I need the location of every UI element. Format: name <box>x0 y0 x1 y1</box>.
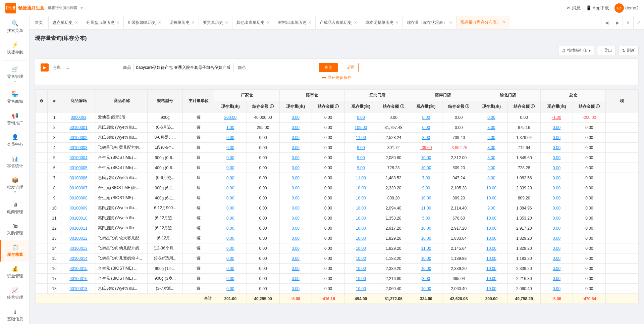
warehouse-input[interactable] <box>63 63 119 72</box>
cell-cf-stock[interactable]: 0.00 <box>214 243 247 253</box>
cell-cs-stock[interactable]: 0.00 <box>279 213 312 223</box>
cell-na-stock[interactable]: 10.00 <box>410 193 442 203</box>
cell-cs-stock[interactable]: 0.00 <box>279 284 312 294</box>
cell-zc-stock[interactable]: 0.00 <box>540 253 573 264</box>
cell-code[interactable]: 00100012 <box>61 233 96 243</box>
cell-zc-stock[interactable]: 0.00 <box>540 264 573 274</box>
tab-home[interactable]: 首页 <box>30 16 49 30</box>
sidebar-item-ecom[interactable]: 🖥 电商管理 <box>0 198 29 219</box>
cell-jb-stock[interactable]: 11.00 <box>345 173 377 183</box>
cell-code[interactable]: 00100002 <box>61 133 96 143</box>
cell-zc-stock[interactable]: 0.00 <box>540 133 573 143</box>
tab-stockcount2[interactable]: 分量盘点单历史 ✕ <box>82 16 124 29</box>
cell-cs-stock[interactable]: 0.00 <box>279 123 312 133</box>
cell-yb-stock[interactable]: 10.00 <box>475 213 507 223</box>
cell-jb-stock[interactable]: 11.00 <box>345 133 377 143</box>
cell-cs-stock[interactable]: 0.00 <box>279 223 312 233</box>
cell-na-stock[interactable]: 9.00 <box>410 183 442 193</box>
tab-close-prodin[interactable]: ✕ <box>354 20 357 25</box>
cell-code[interactable]: 00100015 <box>61 264 96 274</box>
tab-prodin[interactable]: 产成品入库单历史 ✕ <box>316 16 361 29</box>
cell-na-stock[interactable]: 10.00 <box>410 264 442 274</box>
cell-code[interactable]: 00100011 <box>61 223 96 233</box>
cell-jb-stock[interactable]: 0.00 <box>345 112 377 123</box>
cell-cf-stock[interactable]: 0.00 <box>214 284 247 294</box>
th-settings[interactable]: ⚙ <box>36 90 48 112</box>
cell-cs-stock[interactable]: 0.00 <box>279 143 312 153</box>
cell-zc-stock[interactable]: 0.00 <box>540 284 573 294</box>
cell-na-stock[interactable]: 0.00 <box>410 112 442 123</box>
cell-jb-stock[interactable]: 10.00 <box>345 213 377 223</box>
sidebar-item-finance[interactable]: 💰 资金管理 <box>0 262 29 283</box>
cell-cs-stock[interactable]: 0.00 <box>279 193 312 203</box>
cell-zc-stock[interactable]: 0.00 <box>540 183 573 193</box>
cell-cf-stock[interactable]: 0.00 <box>214 153 247 163</box>
cell-code[interactable]: 00100001 <box>61 123 96 133</box>
tab-close-otherout[interactable]: ✕ <box>267 20 270 25</box>
cell-yb-stock[interactable]: 8.00 <box>475 143 507 153</box>
sidebar-item-retail-stats[interactable]: 📊 零售统计 <box>0 151 29 173</box>
cell-cs-stock[interactable]: 0.00 <box>279 253 312 264</box>
cell-jb-stock[interactable]: 10.00 <box>345 233 377 243</box>
cell-yb-stock[interactable]: 8.00 <box>475 173 507 183</box>
cell-na-stock[interactable]: -39.00 <box>410 143 442 153</box>
cell-cf-stock[interactable]: 0.00 <box>214 233 247 243</box>
cell-jb-stock[interactable]: 10.00 <box>345 253 377 264</box>
tab-stockstatus[interactable]: 现存量（库存状况表） ✕ <box>403 16 457 29</box>
dropdown-icon[interactable]: ▾ <box>80 5 83 10</box>
cell-cs-stock[interactable]: 0.00 <box>279 133 312 143</box>
sidebar-item-wholesale[interactable]: 📦 批发管理 ▼ <box>0 173 29 198</box>
cell-na-stock[interactable]: 11.00 <box>410 203 442 213</box>
sidebar-item-retail[interactable]: 🛒 零售管理 ▲ <box>0 62 29 87</box>
sidebar-item-basic[interactable]: ℹ 基础信息 <box>0 305 29 324</box>
sidebar-item-member[interactable]: 👤 会员中心 <box>0 130 29 151</box>
cell-code[interactable]: 00100013 <box>61 243 96 253</box>
cell-yb-stock[interactable]: 10.00 <box>475 274 507 284</box>
cell-cf-stock[interactable]: 0.00 <box>214 264 247 274</box>
cell-na-stock[interactable]: 10.00 <box>410 284 442 294</box>
cell-zc-stock[interactable]: 0.00 <box>540 274 573 284</box>
cell-jb-stock[interactable]: 9.00 <box>345 163 377 173</box>
setting-btn[interactable]: 设置 <box>342 63 359 72</box>
tab-otherout[interactable]: 其他出库单历史 ✕ <box>232 16 274 29</box>
cell-code[interactable]: 0000003 <box>61 112 96 123</box>
cell-cs-stock[interactable]: 0.00 <box>279 163 312 173</box>
cell-cf-stock[interactable]: 0.00 <box>214 133 247 143</box>
tab-prev-btn[interactable]: ◀ <box>601 16 612 30</box>
cell-cs-stock[interactable]: 0.00 <box>279 274 312 284</box>
cell-yb-stock[interactable]: 10.00 <box>475 193 507 203</box>
cell-jb-stock[interactable]: 9.00 <box>345 153 377 163</box>
cell-zc-stock[interactable]: 0.00 <box>540 233 573 243</box>
sidebar-item-marketing[interactable]: 📢 营销推广 <box>0 108 29 130</box>
cell-code[interactable]: 00100016 <box>61 274 96 284</box>
toggle-arrow[interactable]: ▶ <box>41 63 49 72</box>
color-input[interactable] <box>248 63 315 72</box>
tab-close-costadjust[interactable]: ✕ <box>395 20 398 25</box>
export-btn[interactable]: ↑ 导出 <box>597 46 616 55</box>
cell-cs-stock[interactable]: 0.00 <box>279 203 312 213</box>
cell-yb-stock[interactable]: 10.00 <box>475 183 507 193</box>
cell-cf-stock[interactable]: 0.00 <box>214 203 247 213</box>
cell-code[interactable]: 00100008 <box>61 193 96 203</box>
cell-code[interactable]: 00100009 <box>61 203 96 213</box>
sidebar-item-operation[interactable]: 📈 经营管理 <box>0 283 29 305</box>
cell-zc-stock[interactable]: 0.00 <box>540 203 573 213</box>
tab-next-btn[interactable]: ▶ <box>612 16 623 30</box>
expand-conditions-btn[interactable]: ▾▾ 展开更多条件 <box>322 75 352 81</box>
cell-yb-stock[interactable]: 10.00 <box>475 284 507 294</box>
cell-zc-stock[interactable]: 0.00 <box>540 123 573 133</box>
tab-close-requisition[interactable]: ✕ <box>225 20 228 25</box>
cell-cs-stock[interactable]: 0.00 <box>279 264 312 274</box>
print-btn[interactable]: 🖨 按模板打印 ▾ <box>558 46 594 55</box>
cell-na-stock[interactable]: 10.00 <box>410 253 442 264</box>
tab-expand-btn[interactable]: ⤢ <box>633 16 644 30</box>
cell-cf-stock[interactable]: 200.00 <box>214 112 247 123</box>
sidebar-item-shortcut[interactable]: ⚡ 快捷导航 <box>0 38 29 59</box>
cell-jb-stock[interactable]: 10.00 <box>345 203 377 213</box>
user-avatar[interactable]: Ea demo2 <box>614 3 639 13</box>
cell-na-stock[interactable]: 0.00 <box>410 123 442 133</box>
cell-code[interactable]: 00100010 <box>61 213 96 223</box>
tab-transfer[interactable]: 调拨单历史 ✕ <box>165 16 199 29</box>
cell-cs-stock[interactable]: 0.00 <box>279 153 312 163</box>
tab-stockcount[interactable]: 盘点单历史 ✕ <box>49 16 82 29</box>
